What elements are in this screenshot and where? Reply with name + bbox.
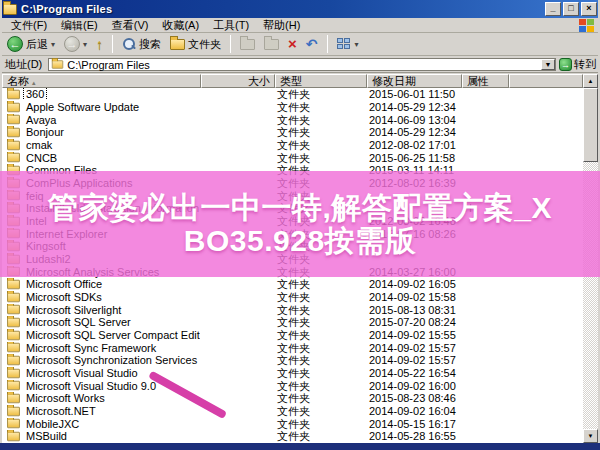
back-button[interactable]: ← 后退 ▾ — [4, 34, 58, 54]
file-type: 文件夹 — [273, 342, 365, 354]
table-row[interactable]: Microsoft Visual Studio 9.0 文件夹 2014-09-… — [2, 379, 583, 392]
back-caret-icon[interactable]: ▾ — [51, 40, 55, 49]
address-label: 地址(D) — [2, 57, 45, 72]
undo-icon: ↶ — [306, 37, 318, 51]
table-row[interactable]: Bonjour 文件夹 2014-05-29 12:34 — [2, 126, 583, 139]
forward-button[interactable]: → ▾ — [61, 34, 90, 54]
forward-caret-icon[interactable]: ▾ — [83, 40, 87, 49]
column-name[interactable]: 名称▴ — [2, 74, 201, 88]
column-attr[interactable]: 属性 — [462, 74, 509, 88]
column-size[interactable]: 大小 — [201, 74, 275, 88]
scrollbar-thumb[interactable] — [583, 88, 598, 162]
table-row[interactable]: 360 文件夹 2015-06-01 11:50 — [2, 88, 583, 101]
folder-icon — [7, 381, 20, 390]
table-row[interactable]: Microsoft Visual Studio 文件夹 2014-05-22 1… — [2, 367, 583, 380]
file-name: CNCB — [24, 152, 59, 164]
folder-icon — [7, 292, 20, 301]
table-row[interactable]: Avaya 文件夹 2014-06-09 13:04 — [2, 113, 583, 126]
table-row[interactable]: Microsoft Silverlight 文件夹 2015-08-13 08:… — [2, 303, 583, 316]
file-name: Microsoft Visual Studio — [24, 367, 140, 379]
file-date: 2014-05-29 12:34 — [365, 101, 460, 113]
up-icon: ↑ — [96, 37, 103, 51]
file-name: Microsoft.NET — [24, 405, 98, 417]
delete-icon: × — [288, 37, 297, 51]
undo-button[interactable]: ↶ — [303, 34, 321, 54]
file-type: 文件夹 — [273, 304, 365, 316]
go-button[interactable]: → 转到 — [559, 57, 598, 72]
address-input[interactable]: C:\Program Files ▼ — [48, 58, 556, 71]
table-row[interactable]: CNCB 文件夹 2015-06-25 11:58 — [2, 151, 583, 164]
folder-icon — [7, 153, 20, 162]
table-row[interactable]: Microsoft SQL Server Compact Edition 文件夹… — [2, 329, 583, 342]
file-date: 2014-09-02 16:04 — [365, 405, 460, 417]
move-to-icon — [240, 39, 255, 50]
file-type: 文件夹 — [273, 101, 365, 113]
menu-help[interactable]: 帮助(H) — [256, 17, 307, 34]
folder-icon — [7, 305, 20, 314]
back-icon: ← — [7, 36, 23, 52]
column-headers: 名称▴ 大小 类型 修改日期 属性 — [2, 74, 583, 88]
file-date: 2014-09-02 16:00 — [365, 380, 460, 392]
table-row[interactable]: Microsoft.NET 文件夹 2014-09-02 16:04 — [2, 405, 583, 418]
table-row[interactable]: Microsoft Sync Framework 文件夹 2014-09-02 … — [2, 341, 583, 354]
up-button[interactable]: ↑ — [93, 34, 106, 54]
table-row[interactable]: Microsoft Synchronization Services 文件夹 2… — [2, 354, 583, 367]
menu-favorites[interactable]: 收藏(A) — [155, 17, 206, 34]
search-label: 搜索 — [139, 37, 161, 52]
file-date: 2014-09-02 15:57 — [365, 354, 460, 366]
table-row[interactable]: cmak 文件夹 2012-08-02 17:01 — [2, 139, 583, 152]
close-button[interactable]: × — [581, 2, 597, 16]
file-name: MSBuild — [24, 430, 69, 442]
table-row[interactable]: Microsoft SDKs 文件夹 2014-09-02 15:58 — [2, 291, 583, 304]
views-button[interactable]: ▾ — [334, 34, 362, 54]
table-row[interactable]: Microsoft Office 文件夹 2014-09-02 16:05 — [2, 278, 583, 291]
file-date: 2014-06-09 13:04 — [365, 114, 460, 126]
back-label: 后退 — [26, 37, 48, 52]
scroll-up-button[interactable]: ▲ — [583, 74, 598, 88]
address-dropdown-button[interactable]: ▼ — [541, 59, 555, 70]
file-name: Microsoft Synchronization Services — [24, 354, 199, 366]
file-type: 文件夹 — [273, 88, 365, 100]
menu-tools[interactable]: 工具(T) — [206, 17, 256, 34]
copy-to-button[interactable] — [261, 34, 282, 54]
folders-label: 文件夹 — [188, 37, 221, 52]
watermark-line-1: 管家婆必出一中一特,解答配置方案_X — [48, 191, 552, 224]
scroll-down-button[interactable]: ▼ — [583, 429, 598, 443]
menu-edit[interactable]: 编辑(E) — [54, 17, 105, 34]
file-name: Microsoft Visual Studio 9.0 — [24, 380, 158, 392]
file-name: Microsoft Office — [24, 278, 104, 290]
file-type: 文件夹 — [273, 316, 365, 328]
folders-button[interactable]: 文件夹 — [167, 34, 224, 54]
folder-icon — [7, 102, 20, 111]
column-date[interactable]: 修改日期 — [367, 74, 462, 88]
file-name: Microsoft Works — [24, 392, 107, 404]
maximize-button[interactable]: □ — [563, 2, 579, 16]
sort-indicator-icon: ▴ — [32, 79, 36, 86]
table-row[interactable]: MobileJXC 文件夹 2014-05-15 16:17 — [2, 417, 583, 430]
search-button[interactable]: 搜索 — [119, 34, 164, 54]
file-type: 文件夹 — [273, 126, 365, 138]
window-title: C:\Program Files — [21, 3, 545, 15]
folder-icon — [7, 280, 20, 289]
file-name: Microsoft Sync Framework — [24, 342, 158, 354]
file-date: 2015-06-25 11:58 — [365, 152, 460, 164]
table-row[interactable]: Apple Software Update 文件夹 2014-05-29 12:… — [2, 101, 583, 114]
toolbar-separator — [327, 35, 328, 53]
file-date: 2014-09-02 15:57 — [365, 342, 460, 354]
watermark-overlay: 管家婆必出一中一特,解答配置方案_X BO35.928按需版 — [0, 171, 600, 277]
table-row[interactable]: MSBuild 文件夹 2014-05-28 16:55 — [2, 430, 583, 443]
table-row[interactable]: Microsoft SQL Server 文件夹 2015-07-20 08:2… — [2, 316, 583, 329]
folder-icon — [7, 115, 20, 124]
column-type[interactable]: 类型 — [275, 74, 367, 88]
move-to-button[interactable] — [237, 34, 258, 54]
title-bar[interactable]: C:\Program Files _ □ × — [0, 0, 600, 18]
file-date: 2014-09-02 16:05 — [365, 278, 460, 290]
table-row[interactable]: Microsoft Works 文件夹 2015-08-23 08:46 — [2, 392, 583, 405]
file-type: 文件夹 — [273, 139, 365, 151]
menu-file[interactable]: 文件(F) — [4, 17, 54, 34]
minimize-button[interactable]: _ — [545, 2, 561, 16]
delete-button[interactable]: × — [285, 34, 300, 54]
menu-view[interactable]: 查看(V) — [105, 17, 156, 34]
column-filler — [509, 74, 583, 88]
file-type: 文件夹 — [273, 291, 365, 303]
